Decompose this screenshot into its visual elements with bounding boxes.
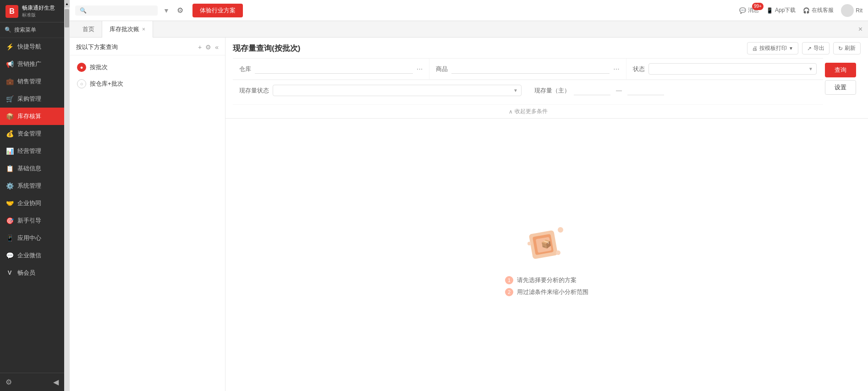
footer-collapse-icon[interactable]: ◀: [53, 378, 59, 386]
filter-row-1: 仓库 ··· 商品 ··· 状态: [233, 58, 823, 80]
collapse-panel-icon[interactable]: «: [215, 43, 219, 51]
filter-row-2: 现存量状态 ▼ 现存量（主） —: [233, 80, 823, 104]
scheme-item-by-batch[interactable]: ● 按批次: [70, 59, 225, 76]
message-icon: 💬: [739, 7, 746, 14]
sidebar-item-purchase[interactable]: 🛒 采购管理: [0, 90, 64, 108]
newbie-icon: 🎯: [5, 217, 14, 225]
filter-warehouse: 仓库 ···: [233, 59, 429, 80]
sidebar-scroll-track: ▲: [64, 0, 70, 391]
filter-status: 状态 ▼: [626, 59, 823, 80]
message-badge: 99+: [752, 3, 764, 10]
product-more-icon[interactable]: ···: [613, 65, 619, 73]
refresh-button[interactable]: ↻ 刷新: [833, 42, 861, 54]
status-select-wrapper: ▼: [648, 63, 817, 75]
mobile-icon: 📱: [766, 7, 773, 14]
wechat-icon: 💬: [5, 251, 14, 260]
filter-stock-quantity: 现存量（主） —: [528, 80, 823, 101]
topbar: 🔍 ▼ ⚙ 体验行业方案 💬 消息 99+ 📱 App下载 🎧 在线客服 Rit: [70, 0, 868, 21]
sidebar-item-member[interactable]: V 畅会员: [0, 264, 64, 282]
stock-quantity-from[interactable]: [574, 86, 610, 95]
online-service-item[interactable]: 🎧 在线客服: [803, 6, 834, 14]
export-button[interactable]: ↗ 导出: [802, 42, 830, 54]
empty-tips: 1 请先选择要分析的方案 2 用过滤条件来缩小分析范围: [505, 276, 588, 296]
left-panel-actions: + ⚙ «: [198, 43, 219, 51]
svg-point-5: [527, 242, 531, 245]
sidebar-item-shortcut[interactable]: ⚡ 快捷导航: [0, 38, 64, 55]
topbar-search-input[interactable]: [89, 7, 144, 14]
inventory-icon: 📦: [5, 112, 14, 120]
scheme-item-warehouse-batch[interactable]: ○ 按仓库+批次: [70, 76, 225, 92]
operation-icon: 📊: [5, 147, 14, 155]
query-button[interactable]: 查询: [825, 63, 856, 77]
tab-inventory-batch[interactable]: 库存批次账 ×: [102, 21, 153, 38]
purchase-icon: 🛒: [5, 95, 14, 103]
trial-button[interactable]: 体验行业方案: [192, 4, 243, 17]
user-profile[interactable]: Rit: [841, 4, 863, 17]
sidebar-item-inventory[interactable]: 📦 库存核算: [0, 108, 64, 125]
filter-product: 商品 ···: [429, 59, 626, 80]
sidebar-logo: B: [5, 5, 18, 18]
print-button[interactable]: 🖨 按模板打印 ▼: [747, 42, 798, 54]
tabbar-close-button[interactable]: ×: [858, 25, 863, 33]
query-header: 现存量查询(按批次) 🖨 按模板打印 ▼ ↗ 导出 ↻: [225, 38, 868, 119]
member-icon: V: [5, 269, 14, 277]
tab-home[interactable]: 首页: [75, 21, 102, 38]
sidebar-item-finance[interactable]: 💰 资金管理: [0, 125, 64, 142]
tabbar: 首页 库存批次账 × ×: [70, 21, 868, 38]
product-input[interactable]: [451, 65, 610, 74]
scheme-inactive-icon: ○: [77, 79, 86, 88]
empty-state: 📦 1 请先选择要分析的方案 2 用过滤条件来缩小分析范围: [225, 119, 868, 391]
warehouse-input[interactable]: [255, 65, 413, 74]
empty-tip-2: 2 用过滤条件来缩小分析范围: [505, 288, 588, 296]
sidebar-item-newbie[interactable]: 🎯 新手引导: [0, 212, 64, 229]
svg-point-4: [558, 227, 563, 233]
sidebar-item-operation[interactable]: 📊 经营管理: [0, 142, 64, 160]
filter-main: 仓库 ··· 商品 ··· 状态: [233, 58, 823, 118]
page-title: 现存量查询(按批次): [233, 43, 300, 54]
stock-quantity-to[interactable]: [627, 86, 664, 95]
sidebar-brand: 畅康通好生意 标准版: [22, 5, 55, 18]
settings-button[interactable]: 设置: [825, 80, 856, 95]
scroll-thumb[interactable]: [65, 9, 69, 27]
system-icon: ⚙️: [5, 182, 14, 190]
sidebar-header: B 畅康通好生意 标准版: [0, 0, 64, 22]
message-item[interactable]: 💬 消息 99+: [739, 6, 759, 14]
right-panel: 现存量查询(按批次) 🖨 按模板打印 ▼ ↗ 导出 ↻: [225, 38, 868, 391]
topbar-right: 💬 消息 99+ 📱 App下载 🎧 在线客服 Rit: [739, 4, 863, 17]
scheme-settings-icon[interactable]: ⚙: [205, 43, 211, 51]
quantity-dash: —: [614, 87, 624, 94]
sidebar-item-system[interactable]: ⚙️ 系统管理: [0, 177, 64, 195]
left-panel-header: 按以下方案查询 + ⚙ «: [70, 38, 225, 55]
sidebar-item-sales[interactable]: 💼 销售管理: [0, 73, 64, 90]
sidebar-item-apps[interactable]: 📱 应用中心: [0, 229, 64, 247]
shortcut-icon: ⚡: [5, 43, 14, 51]
sidebar-item-wechat[interactable]: 💬 企业微信: [0, 247, 64, 264]
sidebar-item-enterprise[interactable]: 🤝 企业协同: [0, 195, 64, 212]
sidebar-item-basic[interactable]: 📋 基础信息: [0, 160, 64, 177]
sidebar-nav: ⚡ 快捷导航 📢 营销推广 💼 销售管理 🛒 采购管理 📦 库存核算 💰 资金管…: [0, 38, 64, 373]
enterprise-icon: 🤝: [5, 199, 14, 207]
warehouse-more-icon[interactable]: ···: [417, 65, 423, 73]
status-select[interactable]: [648, 63, 817, 75]
empty-svg: 📦: [524, 218, 570, 264]
search-icon: 🔍: [5, 27, 11, 33]
print-dropdown-icon[interactable]: ▼: [789, 46, 793, 51]
topbar-search[interactable]: 🔍: [75, 5, 158, 16]
scroll-up-arrow[interactable]: ▲: [64, 0, 70, 7]
app-download-item[interactable]: 📱 App下载: [766, 6, 796, 14]
sidebar-item-marketing[interactable]: 📢 营销推广: [0, 55, 64, 73]
collapse-bar[interactable]: ∧ 收起更多条件: [233, 104, 823, 118]
left-panel-title: 按以下方案查询: [76, 43, 118, 51]
topbar-settings-icon[interactable]: ⚙: [177, 6, 183, 15]
topbar-dropdown-icon[interactable]: ▼: [163, 7, 170, 14]
sales-icon: 💼: [5, 77, 14, 86]
marketing-icon: 📢: [5, 60, 14, 68]
tab-close-icon[interactable]: ×: [142, 26, 145, 33]
add-scheme-button[interactable]: +: [198, 43, 202, 51]
footer-settings-icon[interactable]: ⚙: [5, 378, 12, 386]
print-icon: 🖨: [752, 45, 758, 52]
finance-icon: 💰: [5, 130, 14, 138]
collapse-icon: ∧: [509, 109, 513, 115]
search-menu[interactable]: 🔍 搜索菜单: [0, 22, 64, 38]
stock-status-select[interactable]: [273, 85, 522, 96]
